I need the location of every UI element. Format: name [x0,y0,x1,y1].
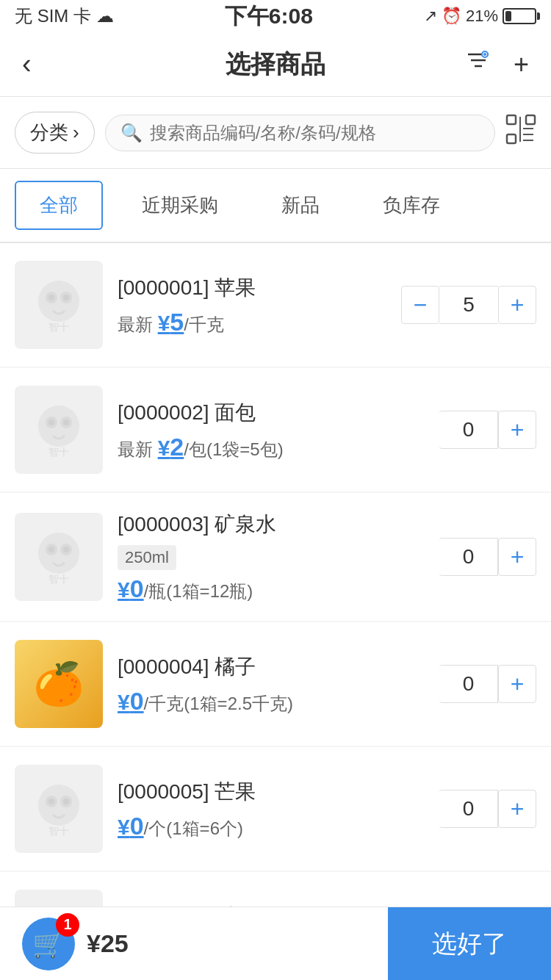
product-item: 🍊 [0000004] 橘子 ¥0/千克(1箱=2.5千克) + [0,622,551,746]
status-bar: 无 SIM 卡 ☁ 下午6:08 ↗ ⏰ 21% [0,0,551,32]
battery-fill [505,11,511,21]
bottom-bar: 🛒 1 ¥25 选好了 [0,907,551,980]
category-label: 分类 [30,120,68,145]
category-button[interactable]: 分类 › [15,112,95,154]
quantity-input[interactable] [439,538,498,576]
status-right: ↗ ⏰ 21% [424,7,536,26]
svg-rect-5 [507,115,516,124]
filter-icon[interactable] [465,48,491,81]
svg-point-28 [63,547,69,552]
quantity-control: + [439,538,536,576]
quantity-increase-button[interactable]: + [498,411,536,449]
tab-row: 全部 近期采购 新品 负库存 [0,169,551,243]
svg-text:智十: 智十 [48,573,69,585]
product-thumbnail: 智十 [15,513,103,601]
cart-section: 🛒 1 ¥25 [0,918,388,970]
product-list: 智十 [0000001] 苹果 最新 ¥5/千克 − + 智十 [0,243,551,980]
cart-total: ¥25 [87,929,129,958]
product-name: [0000003] 矿泉水 [118,511,425,538]
cart-badge: 1 [56,913,79,937]
svg-point-4 [483,53,486,56]
search-box: 🔍 [105,115,495,151]
svg-point-33 [48,799,54,804]
product-item: 智十 [0000005] 芒果 ¥0/个(1箱=6个) + [0,747,551,871]
quantity-decrease-button[interactable]: − [401,286,439,324]
svg-text:智十: 智十 [48,321,69,333]
battery-icon [503,8,536,24]
sim-status: 无 SIM 卡 ☁ [15,4,114,28]
product-thumbnail: 智十 [15,261,103,349]
product-name: [0000001] 苹果 [118,274,386,302]
product-price: 最新 ¥2/包(1袋=5包) [118,433,425,461]
category-arrow-icon: › [73,121,79,144]
product-price: ¥0/个(1箱=6个) [118,812,425,840]
quantity-input[interactable] [439,411,498,449]
tab-negative[interactable]: 负库存 [359,181,464,230]
battery-percent: 21% [466,7,498,26]
product-item: 智十 [0000002] 面包 最新 ¥2/包(1袋=5包) + [0,368,551,491]
back-button[interactable]: ‹ [22,48,32,80]
quantity-control: − + [401,286,536,324]
quantity-control: + [439,411,536,449]
product-price: ¥0/千克(1箱=2.5千克) [118,687,425,716]
status-left: 无 SIM 卡 ☁ [15,4,114,28]
svg-rect-7 [507,134,516,143]
tab-recent[interactable]: 近期采购 [118,181,242,230]
quantity-increase-button[interactable]: + [498,790,536,828]
product-name: [0000004] 橘子 [118,653,425,681]
quantity-input[interactable] [439,790,498,828]
quantity-increase-button[interactable]: + [498,286,536,324]
quantity-control: + [439,790,536,828]
svg-text:智十: 智十 [48,825,69,837]
product-thumbnail: 🍊 [15,640,103,728]
alarm-icon: ⏰ [442,7,461,26]
product-spec: 250ml [118,545,176,570]
nav-actions: + [465,48,529,81]
product-info: [0000005] 芒果 ¥0/个(1箱=6个) [118,778,425,840]
scan-button[interactable] [505,114,536,151]
svg-point-34 [63,799,69,804]
status-time: 下午6:08 [225,1,313,32]
svg-rect-6 [526,115,535,124]
svg-point-12 [38,281,79,322]
product-name: [0000005] 芒果 [118,778,425,806]
quantity-increase-button[interactable]: + [498,538,536,576]
quantity-input[interactable] [439,286,498,324]
search-input[interactable] [150,123,480,143]
quantity-control: + [439,665,536,703]
nav-bar: ‹ 选择商品 + [0,32,551,97]
product-thumbnail: 智十 [15,386,103,474]
product-info: [0000003] 矿泉水 250ml ¥0/瓶(1箱=12瓶) [118,511,425,603]
search-icon: 🔍 [120,123,143,143]
product-price: 最新 ¥5/千克 [118,308,386,336]
quantity-increase-button[interactable]: + [498,665,536,703]
tab-all[interactable]: 全部 [15,181,103,230]
filter-row: 分类 › 🔍 [0,97,551,169]
cart-icon-wrap[interactable]: 🛒 1 [22,918,75,970]
product-info: [0000002] 面包 最新 ¥2/包(1袋=5包) [118,399,425,461]
svg-point-27 [48,547,54,552]
product-price: ¥0/瓶(1箱=12瓶) [118,574,425,603]
add-button[interactable]: + [514,49,529,80]
svg-point-21 [48,419,54,425]
confirm-button[interactable]: 选好了 [388,907,551,980]
product-info: [0000004] 橘子 ¥0/千克(1箱=2.5千克) [118,653,425,716]
quantity-input[interactable] [439,665,498,703]
product-info: [0000001] 苹果 最新 ¥5/千克 [118,274,386,336]
svg-point-24 [38,533,79,574]
location-icon: ↗ [424,7,437,26]
product-name: [0000002] 面包 [118,399,425,427]
svg-point-16 [63,295,69,300]
product-thumbnail: 智十 [15,765,103,853]
page-title: 选择商品 [226,48,325,82]
svg-text:智十: 智十 [48,446,69,458]
product-item: 智十 [0000001] 苹果 最新 ¥5/千克 − + [0,243,551,367]
svg-point-18 [38,406,79,447]
tab-new[interactable]: 新品 [257,181,344,230]
svg-point-15 [48,295,54,300]
svg-point-30 [38,785,79,826]
product-item: 智十 [0000003] 矿泉水 250ml ¥0/瓶(1箱=12瓶) + [0,493,551,621]
svg-point-22 [63,419,69,425]
